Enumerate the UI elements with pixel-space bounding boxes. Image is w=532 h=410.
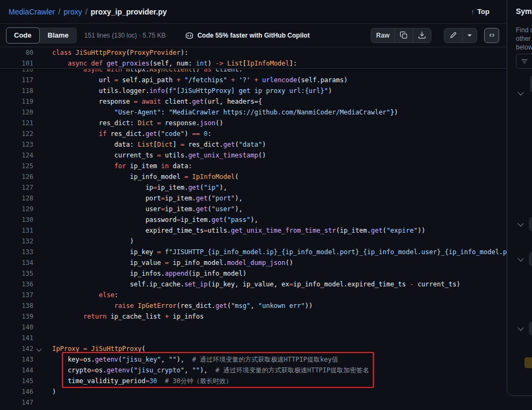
line-number[interactable]: 134 (0, 257, 33, 268)
edit-file-button[interactable] (444, 28, 462, 42)
line-number[interactable]: 139 (0, 311, 33, 322)
line-number[interactable]: 145 (0, 376, 33, 386)
symbol-tree-item[interactable] (530, 75, 532, 92)
chevron-down-icon (467, 34, 472, 37)
copilot-banner[interactable]: Code 55% faster with GitHub Copilot (185, 31, 310, 40)
line-number[interactable]: 143 (0, 354, 33, 365)
code-line: 137 else: (0, 290, 507, 300)
code-line: 122 if res_dict.get("code") == 0: (0, 128, 507, 139)
code-line: 144 crypto=os.getenv("jisu_crypto", ""),… (0, 365, 507, 376)
file-toolbar: Code Blame 151 lines (130 loc) · 5.75 KB… (0, 24, 507, 47)
edit-dropdown-button[interactable] (462, 28, 477, 42)
line-number[interactable]: 133 (0, 247, 33, 257)
symbol-tree-chevron-icon[interactable] (517, 255, 523, 261)
line-number[interactable]: 126 (0, 171, 33, 182)
code-text: IpProxy = JiSuHttpProxy( (52, 343, 145, 354)
code-line: 119 response = await client.get(url, hea… (0, 96, 507, 107)
copilot-icon (185, 31, 194, 40)
line-number[interactable]: 80 (0, 47, 33, 58)
code-text: time_validity_period=30 # 30分钟（最长时效） (52, 376, 232, 386)
line-number[interactable]: 128 (0, 193, 33, 204)
code-line: 147 (0, 397, 507, 408)
code-text: ip_infos.append(ip_info_model) (52, 268, 246, 279)
symbols-panel-description: Find definitions and references for func… (516, 26, 532, 52)
symbol-tree-chevron-icon[interactable] (517, 325, 523, 330)
file-meta-text: 151 lines (130 loc) · 5.75 KB (84, 32, 166, 39)
line-number[interactable]: 132 (0, 236, 33, 247)
line-number[interactable]: 121 (0, 118, 33, 128)
symbol-tree-item[interactable] (529, 321, 532, 335)
line-number[interactable]: 147 (0, 397, 33, 408)
code-line: 118 utils.logger.info(f"[JiSuHttpProxy] … (0, 85, 507, 96)
line-number[interactable]: 127 (0, 182, 33, 193)
line-number[interactable]: 140 (0, 322, 33, 333)
symbol-tree-item[interactable] (529, 217, 532, 231)
highlighted-symbol-chip[interactable] (524, 357, 532, 368)
line-number[interactable]: 142 (0, 343, 33, 354)
line-number[interactable]: 129 (0, 204, 33, 214)
breadcrumb: MediaCrawler / proxy / proxy_ip_provider… (9, 8, 167, 16)
code-line: 126 ip_info_model = IpInfoModel( (0, 171, 507, 182)
symbols-panel-toggle-button[interactable] (484, 28, 499, 43)
raw-button[interactable]: Raw (371, 28, 394, 42)
code-text: return ip_cache_list + ip_infos (52, 311, 204, 322)
symbol-tree-item[interactable] (529, 252, 532, 266)
code-line: 125 for ip_item in data: (0, 161, 507, 171)
breadcrumb-filename: proxy_ip_provider.py (90, 8, 167, 16)
filter-symbols-input[interactable] (516, 54, 532, 69)
line-number[interactable]: 136 (0, 279, 33, 290)
code-lines: 116 async with httpx.AsyncClient() as cl… (0, 64, 507, 408)
breadcrumb-bar: MediaCrawler / proxy / proxy_ip_provider… (0, 0, 507, 24)
copilot-banner-text: Code 55% faster with GitHub Copilot (197, 32, 310, 39)
code-text: expired_time_ts=utils.get_unix_time_from… (52, 225, 425, 236)
back-to-top-button[interactable]: ↑ Top (471, 8, 490, 16)
back-to-top-label: Top (477, 8, 490, 16)
line-number[interactable]: 120 (0, 107, 33, 118)
line-number[interactable]: 135 (0, 268, 33, 279)
line-number[interactable]: 146 (0, 386, 33, 397)
breadcrumb-separator: / (85, 8, 87, 16)
code-line: 135 ip_infos.append(ip_info_model) (0, 268, 507, 279)
toolbar-actions: Raw (371, 28, 499, 43)
copy-raw-button[interactable] (394, 28, 413, 42)
tab-code[interactable]: Code (6, 27, 40, 44)
code-line: 129 user=ip_item.get("user"), (0, 204, 507, 214)
line-number[interactable]: 138 (0, 300, 33, 311)
code-line: 141 (0, 333, 507, 343)
fold-chevron-icon[interactable] (37, 347, 42, 352)
filter-icon (521, 57, 528, 65)
code-text: key=os.getenv("jisu_key", ""), # 通过环境变量的… (52, 354, 338, 365)
code-text: password=ip_item.get("pass"), (52, 214, 258, 225)
code-text: url = self.api_path + "/fetchips" + '?' … (52, 75, 347, 85)
line-number[interactable]: 130 (0, 214, 33, 225)
code-text: data: List[Dict] = res_dict.get("data") (52, 139, 266, 150)
line-number[interactable]: 141 (0, 333, 33, 343)
line-number[interactable]: 125 (0, 161, 33, 171)
line-number[interactable]: 131 (0, 225, 33, 236)
breadcrumb-repo-link[interactable]: MediaCrawler (9, 8, 55, 16)
code-text: ip=ip_item.get("ip"), (52, 182, 227, 193)
line-number[interactable]: 117 (0, 75, 33, 85)
breadcrumb-folder-link[interactable]: proxy (63, 8, 82, 16)
code-text: utils.logger.info(f"[JiSuHttpProxy] get … (52, 85, 332, 96)
code-symbols-icon (488, 31, 496, 39)
line-number[interactable]: 144 (0, 365, 33, 376)
symbol-tree-chevron-icon[interactable] (517, 89, 523, 95)
arrow-up-icon: ↑ (471, 8, 474, 16)
download-raw-button[interactable] (413, 28, 431, 42)
code-text: current_ts = utils.get_unix_timestamp() (52, 150, 266, 161)
code-text: response = await client.get(url, headers… (52, 96, 262, 107)
line-number[interactable]: 137 (0, 290, 33, 300)
line-number[interactable]: 118 (0, 85, 33, 96)
line-number[interactable]: 124 (0, 150, 33, 161)
line-number[interactable]: 101 (0, 58, 33, 69)
code-line: 138 raise IpGetError(res_dict.get("msg",… (0, 300, 507, 311)
line-number[interactable]: 122 (0, 128, 33, 139)
tab-blame[interactable]: Blame (40, 27, 77, 44)
line-number[interactable]: 123 (0, 139, 33, 150)
code-text: self.ip_cache.set_ip(ip_key, ip_value, e… (52, 279, 460, 290)
code-line: 124 current_ts = utils.get_unix_timestam… (0, 150, 507, 161)
symbol-tree-chevron-icon[interactable] (517, 220, 523, 226)
line-number[interactable]: 119 (0, 96, 33, 107)
code-text: port=ip_item.get("port"), (52, 193, 243, 204)
